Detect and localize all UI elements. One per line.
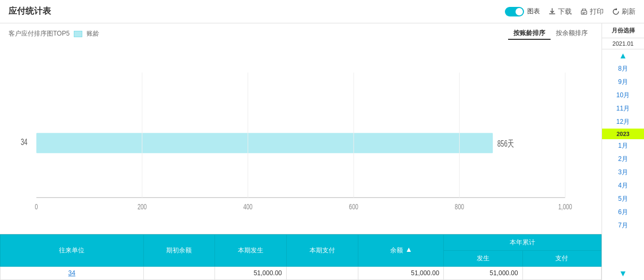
col-opening: 期初余额 xyxy=(143,235,215,267)
month-11[interactable]: 11月 xyxy=(602,102,644,115)
month-3[interactable]: 3月 xyxy=(602,166,644,179)
month-8[interactable]: 8月 xyxy=(602,62,644,75)
cell-opening xyxy=(143,267,215,280)
cell-current-pay xyxy=(287,267,358,280)
header: 应付统计表 图表 下载 打印 刷新 xyxy=(0,0,644,23)
year-2023-marker[interactable]: 2023 xyxy=(602,129,644,139)
chart-toggle[interactable] xyxy=(505,7,524,16)
month-4[interactable]: 4月 xyxy=(602,179,644,192)
legend-box xyxy=(74,31,82,37)
chart-legend: 客户应付排序图TOP5 账龄 xyxy=(8,29,99,38)
svg-text:200: 200 xyxy=(138,202,147,211)
right-sidebar: 月份选择 ▲ 8月 9月 10月 11月 12月 2023 1月 2月 3月 4… xyxy=(602,23,644,280)
col-current-occur: 本期发生 xyxy=(215,235,287,267)
svg-text:34: 34 xyxy=(21,137,28,147)
refresh-button[interactable]: 刷新 xyxy=(612,7,636,16)
download-button[interactable]: 下载 xyxy=(548,7,572,16)
month-list: 8月 9月 10月 11月 12月 2023 1月 2月 3月 4月 5月 6月… xyxy=(602,62,644,267)
page-title: 应付统计表 xyxy=(8,6,51,17)
col-ytd-pay: 支付 xyxy=(522,251,601,267)
data-table: 往来单位 期初余额 本期发生 本期支付 余额 本年累计 xyxy=(0,234,602,280)
svg-text:400: 400 xyxy=(243,202,252,211)
svg-text:1,000: 1,000 xyxy=(558,202,572,211)
svg-rect-2 xyxy=(582,13,585,14)
refresh-icon xyxy=(612,8,620,15)
legend-title: 客户应付排序图TOP5 xyxy=(8,29,70,38)
col-ytd: 本年累计 xyxy=(444,235,602,251)
month-2[interactable]: 2月 xyxy=(602,152,644,166)
nav-up-button[interactable]: ▲ xyxy=(617,49,630,62)
chart-area: 客户应付排序图TOP5 账龄 按账龄排序 按余额排序 34 856天 xyxy=(0,23,602,280)
chart-toggle-container: 图表 xyxy=(505,7,540,16)
svg-text:600: 600 xyxy=(349,202,358,211)
chart-toggle-label: 图表 xyxy=(527,7,540,16)
month-1[interactable]: 1月 xyxy=(602,139,644,152)
svg-text:800: 800 xyxy=(455,202,464,211)
svg-rect-4 xyxy=(36,133,493,153)
svg-text:856天: 856天 xyxy=(497,139,513,149)
download-icon xyxy=(548,8,556,15)
month-5[interactable]: 5月 xyxy=(602,192,644,206)
header-actions: 图表 下载 打印 刷新 xyxy=(505,7,636,16)
download-label: 下载 xyxy=(558,7,572,16)
table-row: 34 51,000.00 51,000.00 51,000.00 xyxy=(1,267,602,280)
sort-by-amount-button[interactable]: 按余额排序 xyxy=(551,28,593,40)
sort-by-balance-button[interactable]: 按账龄排序 xyxy=(508,28,551,40)
month-9[interactable]: 9月 xyxy=(602,75,644,89)
svg-marker-18 xyxy=(407,248,411,252)
chart-sort: 按账龄排序 按余额排序 xyxy=(508,28,593,40)
legend-box-label: 账龄 xyxy=(87,29,99,38)
sidebar-header: 月份选择 xyxy=(602,23,644,38)
app-container: 应付统计表 图表 下载 打印 刷新 xyxy=(0,0,644,280)
cell-vendor[interactable]: 34 xyxy=(1,267,144,280)
col-current-pay: 本期支付 xyxy=(287,235,358,267)
month-6[interactable]: 6月 xyxy=(602,206,644,219)
table-area: 往来单位 期初余额 本期发生 本期支付 余额 本年累计 xyxy=(0,234,602,280)
nav-down-button[interactable]: ▼ xyxy=(617,267,630,280)
sort-icon xyxy=(406,247,411,252)
month-7[interactable]: 7月 xyxy=(602,219,644,232)
table-container: 往来单位 期初余额 本期发生 本期支付 余额 本年累计 xyxy=(0,234,602,280)
svg-text:0: 0 xyxy=(35,202,38,211)
refresh-label: 刷新 xyxy=(622,7,636,16)
print-icon xyxy=(580,8,588,15)
year-input[interactable] xyxy=(602,38,644,49)
col-ytd-occur: 发生 xyxy=(444,251,522,267)
chart-wrapper: 34 856天 0 200 400 600 800 1,000 xyxy=(0,44,602,234)
print-button[interactable]: 打印 xyxy=(580,7,604,16)
cell-current-occur: 51,000.00 xyxy=(215,267,287,280)
chart-header: 客户应付排序图TOP5 账龄 按账龄排序 按余额排序 xyxy=(0,23,602,44)
cell-ytd-pay xyxy=(522,267,601,280)
col-balance: 余额 xyxy=(358,235,444,267)
bar-chart: 34 856天 0 200 400 600 800 1,000 xyxy=(8,48,593,234)
svg-rect-1 xyxy=(582,12,586,13)
month-12[interactable]: 12月 xyxy=(602,115,644,129)
col-vendor: 往来单位 xyxy=(1,235,144,267)
month-10[interactable]: 10月 xyxy=(602,89,644,102)
sidebar-nav: ▲ 8月 9月 10月 11月 12月 2023 1月 2月 3月 4月 5月 … xyxy=(602,49,644,280)
main-content: 客户应付排序图TOP5 账龄 按账龄排序 按余额排序 34 856天 xyxy=(0,23,644,280)
cell-ytd-occur: 51,000.00 xyxy=(444,267,522,280)
cell-balance: 51,000.00 xyxy=(358,267,444,280)
print-label: 打印 xyxy=(590,7,604,16)
